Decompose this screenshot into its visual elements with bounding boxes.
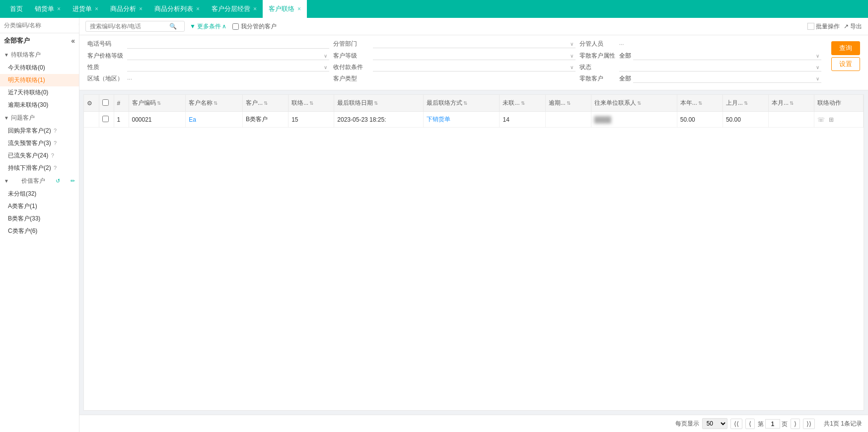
per-page-select[interactable]: 50 100 200 [702, 418, 727, 429]
col-last-contact-date[interactable]: 最后联络日期⇅ [334, 95, 424, 112]
col-contact[interactable]: 联络...⇅ [289, 95, 334, 112]
nav-sales[interactable]: 销货单 × [29, 0, 67, 18]
retail-attr-arrow-icon: ∨ [816, 53, 819, 59]
filter-person: 分管人员 ··· [579, 40, 821, 48]
row-last-contact-date: 2023-05-23 18:25: [334, 112, 424, 128]
payment-select[interactable]: ∨ [373, 64, 575, 72]
person-dots[interactable]: ··· [619, 41, 624, 48]
query-button[interactable]: 查询 [831, 41, 860, 55]
my-customers-checkbox-label[interactable]: 我分管的客户 [232, 22, 277, 31]
export-btn[interactable]: ↗ 导出 [844, 22, 862, 31]
sidebar-item-unclassified[interactable]: 未分组(32) [0, 188, 79, 200]
col-no-contact[interactable]: 未联...⇅ [500, 95, 545, 112]
row-action: ☏ ⊞ [814, 112, 864, 128]
search-icon[interactable]: 🔍 [169, 23, 177, 30]
nav-customer-contact[interactable]: 客户联络 × [263, 0, 307, 18]
sidebar-search-container: 🔍 [0, 18, 79, 33]
sidebar-item-lost[interactable]: 已流失客户(24) ? [0, 149, 79, 162]
sidebar-search-input[interactable] [4, 22, 78, 29]
row-select-checkbox[interactable] [102, 116, 109, 122]
nav-product-analysis-close[interactable]: × [139, 5, 143, 12]
sidebar-item-today[interactable]: 今天待联络(0) [0, 62, 79, 74]
value-edit-icon[interactable]: ✏ [71, 178, 75, 184]
nav-product-analysis-list-label: 商品分析列表 [154, 4, 193, 13]
filter-label: 更多条件 [197, 22, 221, 31]
status-arrow-icon: ∨ [816, 65, 819, 70]
nav-customer-contact-label: 客户联络 [269, 4, 294, 13]
nav-product-analysis-list[interactable]: 商品分析列表 × [148, 0, 206, 18]
sidebar-item-7days[interactable]: 近7天待联络(0) [0, 86, 79, 99]
retail-select[interactable]: ∨ [633, 75, 821, 83]
row-name[interactable]: Ea [186, 112, 243, 128]
nav-product-analysis-list-close[interactable]: × [196, 5, 200, 12]
row-this-year: 50.00 [677, 112, 723, 128]
unit-sort-icon: ⇅ [637, 100, 641, 106]
col-name[interactable]: 客户名称⇅ [186, 95, 243, 112]
sidebar-item-overdue[interactable]: 逾期未联络(30) [0, 99, 79, 111]
value-refresh-icon[interactable]: ↺ [56, 178, 60, 184]
payment-label: 收付款条件 [333, 63, 373, 72]
col-checkbox[interactable] [99, 95, 114, 112]
pagination: 每页显示 50 100 200 ⟨⟨ ⟨ 第 页 ⟩ ⟩⟩ 共1页 1条记录 [79, 415, 868, 432]
nav-product-analysis[interactable]: 商品分析 × [104, 0, 148, 18]
sidebar-item-declining[interactable]: 持续下滑客户(2) ? [0, 162, 79, 174]
retail-attr-label: 零散客户属性 [579, 52, 619, 60]
prev-page-btn[interactable]: ⟨ [745, 419, 755, 429]
nav-customer-segment-close[interactable]: × [253, 5, 257, 12]
filter-retail-attr: 零散客户属性 全部 ∨ [579, 52, 821, 60]
col-last-contact-method[interactable]: 最后联络方式⇅ [423, 95, 500, 112]
first-page-btn[interactable]: ⟨⟨ [730, 419, 742, 429]
area-dots[interactable]: ··· [127, 75, 132, 82]
nature-arrow-icon: ∨ [324, 65, 327, 70]
nav-home[interactable]: 首页 [4, 0, 29, 18]
col-this-year[interactable]: 本年...⇅ [677, 95, 723, 112]
nav-customer-segment-label: 客户分层经营 [212, 4, 250, 13]
col-overdue[interactable]: 逾期...⇅ [545, 95, 591, 112]
sidebar-item-tomorrow[interactable]: 明天待联络(1) [0, 74, 79, 86]
level-select[interactable]: ∨ [373, 52, 575, 60]
select-all-checkbox[interactable] [102, 99, 109, 106]
col-this-month[interactable]: 本月...⇅ [769, 95, 814, 112]
sidebar-item-warning[interactable]: 流失预警客户(3) ? [0, 137, 79, 149]
phone-input[interactable] [127, 39, 329, 49]
dept-select[interactable]: ∨ [373, 40, 575, 48]
retail-value: 全部 [619, 74, 631, 83]
row-last-contact-method[interactable]: 下销货单 [423, 112, 500, 128]
action-phone-icon[interactable]: ☏ [817, 116, 825, 123]
name-sort-icon: ⇅ [214, 100, 217, 106]
filter-panel: 电话号码 分管部门 ∨ 分管人员 ··· [79, 35, 868, 90]
status-select[interactable]: ∨ [619, 64, 821, 72]
nature-select[interactable]: ∨ [127, 64, 329, 72]
last-page-btn[interactable]: ⟩⟩ [803, 419, 815, 429]
my-customers-label: 我分管的客户 [241, 22, 277, 31]
nav-purchase[interactable]: 进货单 × [67, 0, 104, 18]
all-customers-header[interactable]: 全部客户 « [0, 33, 79, 48]
nav-sales-close[interactable]: × [57, 5, 61, 12]
page-number-input[interactable] [765, 419, 780, 429]
nav-customer-contact-close[interactable]: × [297, 5, 301, 12]
row-checkbox[interactable] [99, 112, 114, 128]
sidebar-item-a-class[interactable]: A类客户(1) [0, 200, 79, 213]
sidebar-item-c-class[interactable]: C类客户(6) [0, 225, 79, 237]
col-type[interactable]: 客户...⇅ [243, 95, 289, 112]
sidebar-item-abnormal[interactable]: 回购异常客户(2) ? [0, 125, 79, 137]
reset-button[interactable]: 设置 [831, 57, 860, 71]
next-page-btn[interactable]: ⟩ [791, 419, 800, 429]
more-filter-btn[interactable]: ▼ 更多条件 ∧ [190, 22, 226, 31]
retail-attr-select[interactable]: ∨ [633, 52, 821, 60]
action-grid-icon[interactable]: ⊞ [829, 116, 834, 123]
col-code[interactable]: 客户编码⇅ [129, 95, 186, 112]
batch-action-btn[interactable]: 批量操作 [807, 22, 840, 31]
grade-select[interactable]: ∨ [127, 52, 329, 60]
date-sort-icon: ⇅ [374, 100, 378, 106]
col-unit-contact[interactable]: 往来单位联系人⇅ [591, 95, 677, 112]
search-input[interactable] [90, 23, 169, 30]
sidebar-item-b-class[interactable]: B类客户(33) [0, 213, 79, 225]
col-settings[interactable]: ⚙ [84, 95, 99, 112]
filter-grade: 客户价格等级 ∨ [87, 52, 329, 60]
info-icon-abnormal: ? [54, 128, 57, 134]
col-last-month[interactable]: 上月...⇅ [723, 95, 768, 112]
nav-purchase-close[interactable]: × [95, 5, 98, 12]
my-customers-checkbox[interactable] [232, 23, 239, 30]
nav-customer-segment[interactable]: 客户分层经营 × [206, 0, 263, 18]
